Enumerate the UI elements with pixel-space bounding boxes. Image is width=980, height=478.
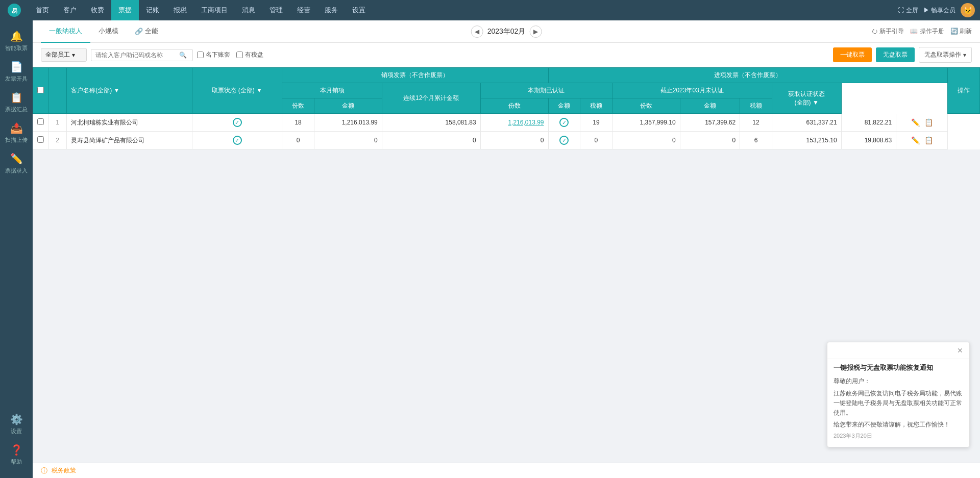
fullscreen-btn[interactable]: ⛶ 全屏 xyxy=(898,6,918,15)
no-disk-btn[interactable]: 无盘取票 xyxy=(876,47,915,62)
nav-item-首页[interactable]: 首页 xyxy=(29,0,56,20)
edit-icon-0[interactable]: ✏️ xyxy=(911,118,920,127)
checkbox-accounts[interactable]: 名下账套 xyxy=(197,51,230,59)
tab-action-0[interactable]: ⭮ 新手引导 xyxy=(872,27,904,36)
row-sales-count-1: 0 xyxy=(282,132,314,149)
nav-item-客户[interactable]: 客户 xyxy=(56,0,84,20)
bottom-bar: ⓘ 税务政策 xyxy=(33,463,980,478)
user-avatar[interactable]: 🐱 xyxy=(961,3,975,17)
sidebar-item-0[interactable]: 🔔智能取票 xyxy=(0,26,33,56)
sidebar: 🔔智能取票📄发票开具📋票据汇总📤扫描上传✏️票据录入 ⚙️设置❓帮助 xyxy=(0,20,33,478)
view-icon-1[interactable]: 📋 xyxy=(924,136,933,144)
row-sales-tax-0: 158,081.83 xyxy=(382,114,480,132)
employee-select[interactable]: 全部员工 ▾ xyxy=(41,48,87,62)
sidebar-icon-0: 🔔 xyxy=(10,30,23,42)
checkbox-group: 名下账套 有税盘 xyxy=(197,51,263,59)
th-seq xyxy=(48,68,67,114)
tab-icon-2: 🔗 xyxy=(135,28,143,35)
sidebar-bottom-icon-1: ❓ xyxy=(10,444,23,456)
th-sales-count: 份数 xyxy=(282,98,314,114)
view-icon-0[interactable]: 📋 xyxy=(924,118,933,127)
row-actions-0: ✏️ 📋 xyxy=(896,114,948,132)
dropdown-icon: ▾ xyxy=(963,52,966,59)
nav-item-报税[interactable]: 报税 xyxy=(166,0,194,20)
search-icon[interactable]: 🔍 xyxy=(179,52,187,59)
notification-close-btn[interactable]: ✕ xyxy=(957,346,963,355)
nav-item-工商项目[interactable]: 工商项目 xyxy=(194,0,235,20)
nav-items: 首页客户收费票据记账报税工商项目消息管理经营服务设置 xyxy=(29,0,898,20)
th-uncert-count: 份数 xyxy=(612,98,680,114)
th-client: 客户名称(全部) ▼ xyxy=(67,68,192,114)
prev-month-btn[interactable]: ◀ xyxy=(471,26,483,38)
sidebar-icon-3: 📤 xyxy=(10,122,23,134)
sidebar-label-0: 智能取票 xyxy=(5,44,28,52)
row-sales-amount-1: 0 xyxy=(314,132,382,149)
next-month-btn[interactable]: ▶ xyxy=(529,26,542,38)
nav-item-经营[interactable]: 经营 xyxy=(290,0,317,20)
info-icon: ⓘ xyxy=(41,466,47,475)
search-input[interactable] xyxy=(95,52,177,59)
nav-item-服务[interactable]: 服务 xyxy=(317,0,345,20)
sidebar-bottom-item-0[interactable]: ⚙️设置 xyxy=(0,409,33,439)
nav-item-设置[interactable]: 设置 xyxy=(345,0,373,20)
th-checkbox xyxy=(33,68,48,114)
notification-body: 尊敬的用户： 江苏政务网已恢复访问电子税务局功能，易代账一键登陆电子税务局与无盘… xyxy=(827,374,969,447)
nav-item-管理[interactable]: 管理 xyxy=(262,0,290,20)
row-purchase-amount-1: 0 xyxy=(612,132,680,149)
tab-item-0[interactable]: 一般纳税人 xyxy=(41,20,90,43)
edit-icon-1[interactable]: ✏️ xyxy=(911,136,920,144)
th-action: 操作 xyxy=(948,68,980,114)
sidebar-bottom: ⚙️设置❓帮助 xyxy=(0,409,33,478)
tab-label-1: 小规模 xyxy=(99,27,118,36)
nav-item-票据[interactable]: 票据 xyxy=(111,0,139,20)
nav-item-收费[interactable]: 收费 xyxy=(84,0,111,20)
th-cert-tax: 税额 xyxy=(580,98,612,114)
tab-label-0: 一般纳税人 xyxy=(49,27,82,36)
th-cumulative: 连续12个月累计金额 xyxy=(382,83,480,114)
th-uncertified: 截止2023年03月未认证 xyxy=(612,83,772,98)
th-sales-amount: 金额 xyxy=(314,98,382,114)
sidebar-item-4[interactable]: ✏️票据录入 xyxy=(0,148,33,179)
row-purchase-amount-0: 1,357,999.10 xyxy=(612,114,680,132)
row-uncert-count-0: 12 xyxy=(740,114,772,132)
tab-action-2[interactable]: 🔄 刷新 xyxy=(950,27,972,36)
row-purchase-count-0: 19 xyxy=(580,114,612,132)
sidebar-label-3: 扫描上传 xyxy=(5,136,28,144)
member-btn[interactable]: ▶ 畅享会员 xyxy=(923,6,955,15)
sidebar-icon-1: 📄 xyxy=(10,61,23,73)
svg-text:易: 易 xyxy=(12,8,17,14)
select-all-checkbox[interactable] xyxy=(37,87,44,93)
sidebar-label-4: 票据录入 xyxy=(5,167,28,174)
sidebar-bottom-item-1[interactable]: ❓帮助 xyxy=(0,439,33,470)
row-uncert-amount-0: 631,337.21 xyxy=(772,114,841,132)
main-table: 客户名称(全部) ▼ 取票状态 (全部) ▼ 销项发票（不含作废票） 进项发票（… xyxy=(33,67,980,149)
row-checkbox-1[interactable] xyxy=(33,132,48,149)
sidebar-item-2[interactable]: 📋票据汇总 xyxy=(0,87,33,117)
th-ticket-status: 取票状态 (全部) ▼ xyxy=(192,68,282,114)
one-click-btn[interactable]: 一键取票 xyxy=(833,47,872,62)
row-checkbox-0[interactable] xyxy=(33,114,48,132)
nav-item-记账[interactable]: 记账 xyxy=(139,0,166,20)
notification-closing: 给您带来的不便敬请谅解，祝您工作愉快！ xyxy=(834,420,963,430)
sidebar-bottom-icon-0: ⚙️ xyxy=(10,413,23,425)
row-uncert-amount-1: 153,215.10 xyxy=(772,132,841,149)
checkbox-taxdisk[interactable]: 有税盘 xyxy=(236,51,263,59)
th-certified: 本期期已认证 xyxy=(480,83,612,98)
row-uncert-tax-1: 19,808.63 xyxy=(841,132,896,149)
no-disk-ops-btn[interactable]: 无盘取票操作 ▾ xyxy=(919,47,972,63)
tax-policy-link[interactable]: 税务政策 xyxy=(52,466,76,475)
nav-item-消息[interactable]: 消息 xyxy=(235,0,262,20)
tab-item-1[interactable]: 小规模 xyxy=(90,20,127,43)
sidebar-item-1[interactable]: 📄发票开具 xyxy=(0,56,33,87)
row-cumulative-0: 1,216,013.99 xyxy=(480,114,548,132)
toolbar: 全部员工 ▾ 🔍 名下账套 有税盘 一键取票 无盘取票 无盘取票操作 ▾ xyxy=(33,43,980,67)
tab-action-1[interactable]: 📖 操作手册 xyxy=(910,27,944,36)
row-sales-tax-1: 0 xyxy=(382,132,480,149)
table-row: 2 灵寿县尚泽矿产品有限公司 ✓ 0 0 0 0 ✓ 0 0 0 6 153,2… xyxy=(33,132,980,149)
logo: 易 xyxy=(5,1,23,19)
tab-row: 一般纳税人小规模🔗全能 ◀ 2023年02月 ▶ ⭮ 新手引导📖 操作手册🔄 刷… xyxy=(33,20,980,43)
sidebar-item-3[interactable]: 📤扫描上传 xyxy=(0,117,33,148)
notification-text: 江苏政务网已恢复访问电子税务局功能，易代账一键登陆电子税务局与无盘取票相关功能可… xyxy=(834,389,963,418)
row-status-1: ✓ xyxy=(192,132,282,149)
tab-item-2[interactable]: 🔗全能 xyxy=(127,20,166,43)
